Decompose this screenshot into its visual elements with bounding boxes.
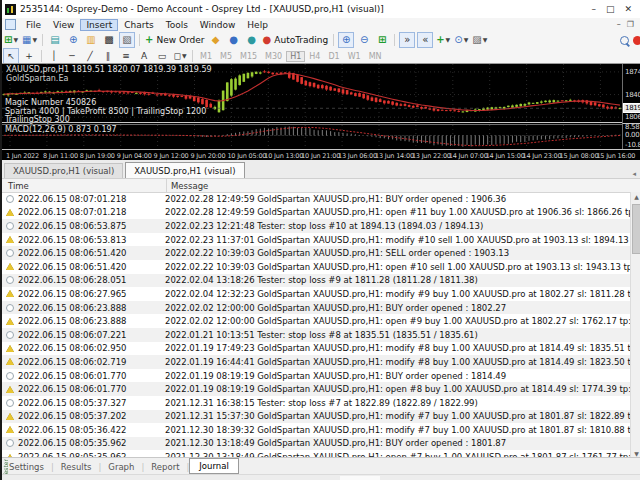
periods-button[interactable]: ⊙▼ bbox=[453, 32, 469, 48]
navigator-button[interactable]: ⊕ bbox=[65, 32, 81, 48]
help-button[interactable]: ● bbox=[244, 32, 260, 48]
journal-row[interactable]: 2022.06.15 08:05:36.4222021.12.30 18:39:… bbox=[2, 423, 631, 437]
journal-row[interactable]: 2022.06.15 08:06:01.7702022.01.19 08:19:… bbox=[2, 382, 631, 396]
new-chart-button[interactable]: ⊞▼ bbox=[3, 32, 19, 48]
scroll-up-icon[interactable]: ▲ bbox=[631, 193, 640, 200]
menu-item-view[interactable]: View bbox=[47, 19, 80, 31]
timeframe-m15-button[interactable]: M15 bbox=[236, 51, 261, 62]
vertical-line-button[interactable]: │ bbox=[46, 48, 62, 64]
journal-message: 2022.01.19 08:19:19 GoldSpartan XAUUSD.p… bbox=[160, 384, 631, 394]
journal-row[interactable]: 2022.06.15 08:06:51.4202022.02.22 10:39:… bbox=[2, 260, 631, 274]
journal-row[interactable]: 2022.06.15 08:06:23.8882022.02.02 12:00:… bbox=[2, 301, 631, 315]
autotrading-button[interactable]: ●AutoTrading bbox=[262, 32, 330, 48]
journal-scrollbar[interactable]: ▲ ▼ bbox=[630, 192, 640, 458]
journal-row[interactable]: 2022.06.15 08:06:51.4202022.02.22 10:39:… bbox=[2, 246, 631, 260]
journal-row[interactable]: 2022.06.15 08:05:35.9622021.12.30 13:18:… bbox=[2, 437, 631, 451]
time-axis-label: 15 Jun 08:00 bbox=[560, 152, 599, 160]
maximize-button[interactable]: □ bbox=[606, 4, 615, 14]
toolbar-separator bbox=[394, 34, 395, 46]
journal-row[interactable]: 2022.06.15 08:06:07.2212022.01.21 10:13:… bbox=[2, 328, 631, 342]
zoom-in-button[interactable]: ⊕ bbox=[338, 32, 354, 48]
chart-tab-active[interactable]: XAUUSD.pro,H1 (visual) bbox=[125, 162, 244, 178]
tester-tab-journal[interactable]: Journal bbox=[189, 458, 238, 474]
time-axis-label: 13 Jun 14:00 bbox=[375, 152, 414, 160]
info-icon bbox=[2, 399, 18, 407]
label-tool-button[interactable]: ▭ bbox=[154, 48, 170, 64]
timeframe-m30-button[interactable]: M30 bbox=[261, 51, 286, 62]
journal-row[interactable]: 2022.06.15 08:06:27.9652022.02.04 12:32:… bbox=[2, 287, 631, 301]
close-button[interactable]: ✕ bbox=[624, 4, 632, 14]
journal-row[interactable]: 2022.06.15 08:06:23.8882022.02.02 12:00:… bbox=[2, 314, 631, 328]
tester-tab-results[interactable]: Results bbox=[54, 461, 99, 473]
profiles-button[interactable]: ▦▼ bbox=[21, 32, 38, 48]
timeframe-h4-button[interactable]: H4 bbox=[305, 51, 324, 62]
journal-row[interactable]: 2022.06.15 08:06:02.7192022.01.19 16:44:… bbox=[2, 355, 631, 369]
menu-item-tools[interactable]: Tools bbox=[160, 19, 194, 31]
scroll-down-icon[interactable]: ▼ bbox=[631, 450, 640, 457]
templates-button[interactable]: ▨▼ bbox=[471, 32, 488, 48]
horizontal-line-button[interactable]: ─ bbox=[64, 48, 80, 64]
notification-icon[interactable] bbox=[633, 36, 640, 45]
app-icon bbox=[5, 4, 16, 15]
zoom-out-button[interactable]: ⊖ bbox=[356, 32, 372, 48]
toolbar-separator bbox=[192, 50, 193, 62]
auto-scroll-button[interactable]: » bbox=[399, 32, 415, 48]
timeframe-w1-button[interactable]: W1 bbox=[344, 51, 365, 62]
timeframe-m1-button[interactable]: M1 bbox=[196, 51, 216, 62]
journal-row[interactable]: 2022.06.15 08:05:37.2022021.12.31 15:37:… bbox=[2, 410, 631, 424]
menu-item-file[interactable]: File bbox=[20, 19, 47, 31]
menu-item-charts[interactable]: Charts bbox=[118, 19, 159, 31]
fibonacci-button[interactable]: ≡ bbox=[118, 48, 134, 64]
data-window-button[interactable]: ▥ bbox=[83, 32, 99, 48]
time-axis-label: 13 Jun 06:00 bbox=[338, 152, 377, 160]
strategy-tester-button[interactable]: ▧ bbox=[119, 32, 135, 48]
menu-item-help[interactable]: Help bbox=[241, 19, 274, 31]
timeframe-mn-button[interactable]: MN bbox=[365, 51, 386, 62]
new-order-button[interactable]: +New Order bbox=[144, 32, 205, 48]
journal-panel: Time Message 2022.06.15 08:07:01.2182022… bbox=[2, 178, 640, 458]
journal-row[interactable]: 2022.06.15 08:05:37.3272021.12.31 16:38:… bbox=[2, 396, 631, 410]
timeframe-m5-button[interactable]: M5 bbox=[216, 51, 236, 62]
journal-row[interactable]: 2022.06.15 08:06:53.8752022.02.23 12:21:… bbox=[2, 219, 631, 233]
journal-row[interactable]: 2022.06.15 08:06:01.7702022.01.19 08:19:… bbox=[2, 369, 631, 383]
tile-windows-button[interactable]: ⊞ bbox=[374, 32, 390, 48]
journal-message: 2022.01.21 10:13:51 Tester: stop loss #8… bbox=[160, 330, 631, 340]
journal-row[interactable]: 2022.06.15 08:07:01.2182022.02.28 12:49:… bbox=[2, 192, 631, 206]
search-icon[interactable] bbox=[620, 36, 629, 45]
child-minimize-button[interactable]: – bbox=[617, 20, 621, 29]
journal-message: 2022.02.02 12:00:00 GoldSpartan XAUUSD.p… bbox=[160, 316, 631, 326]
crosshair-tool-button[interactable]: + bbox=[21, 48, 37, 64]
tester-tab-report[interactable]: Report bbox=[144, 461, 186, 473]
timeframe-d1-button[interactable]: D1 bbox=[324, 51, 343, 62]
minimize-button[interactable]: – bbox=[591, 4, 596, 14]
menu-item-insert[interactable]: Insert bbox=[80, 19, 118, 31]
chart-symbol-ohlc: XAUUSD,pro,H1 1819.51 1820.07 1819.39 18… bbox=[6, 65, 212, 74]
menu-item-window[interactable]: Window bbox=[194, 19, 242, 31]
journal-row[interactable]: 2022.06.15 08:06:53.8132022.02.23 11:37:… bbox=[2, 233, 631, 247]
journal-row[interactable]: 2022.06.15 08:07:01.2182022.02.28 12:49:… bbox=[2, 206, 631, 220]
column-header-message[interactable]: Message bbox=[167, 179, 640, 192]
terminal-button[interactable]: ▩ bbox=[101, 32, 117, 48]
mql5-community-button[interactable]: ● bbox=[226, 32, 242, 48]
chart-tab[interactable]: XAUUSD.pro,H1 (visual) bbox=[4, 163, 123, 178]
info-icon bbox=[2, 304, 18, 312]
child-restore-button[interactable]: ❐ bbox=[627, 20, 634, 29]
journal-header: Time Message bbox=[2, 179, 640, 193]
journal-row[interactable]: 2022.06.15 08:06:28.0512022.02.04 13:18:… bbox=[2, 274, 631, 288]
journal-row[interactable]: 2022.06.15 08:06:02.9502022.01.19 17:49:… bbox=[2, 342, 631, 356]
shapes-button[interactable]: ◻▼ bbox=[172, 48, 188, 64]
scrollbar-thumb[interactable] bbox=[632, 204, 640, 254]
market-watch-button[interactable]: ▤ bbox=[47, 32, 63, 48]
trendline-button[interactable]: ╱ bbox=[82, 48, 98, 64]
tab-scroll-left-icon[interactable]: ◂ bbox=[632, 170, 640, 178]
column-header-time[interactable]: Time bbox=[2, 179, 167, 192]
channel-button[interactable]: ∥ bbox=[100, 48, 116, 64]
tester-tab-graph[interactable]: Graph bbox=[101, 461, 141, 473]
indicators-button[interactable]: +▼ bbox=[435, 32, 451, 48]
metaeditor-button[interactable]: ◆ bbox=[208, 32, 224, 48]
chart-shift-button[interactable]: « bbox=[417, 32, 433, 48]
cursor-tool-button[interactable]: ↖ bbox=[3, 48, 19, 64]
timeframe-h1-button[interactable]: H1 bbox=[286, 51, 305, 62]
text-tool-button[interactable]: A bbox=[136, 48, 152, 64]
chart-area[interactable]: 1874.151840.151806.151819.59 8.5810.00-1… bbox=[2, 63, 640, 161]
